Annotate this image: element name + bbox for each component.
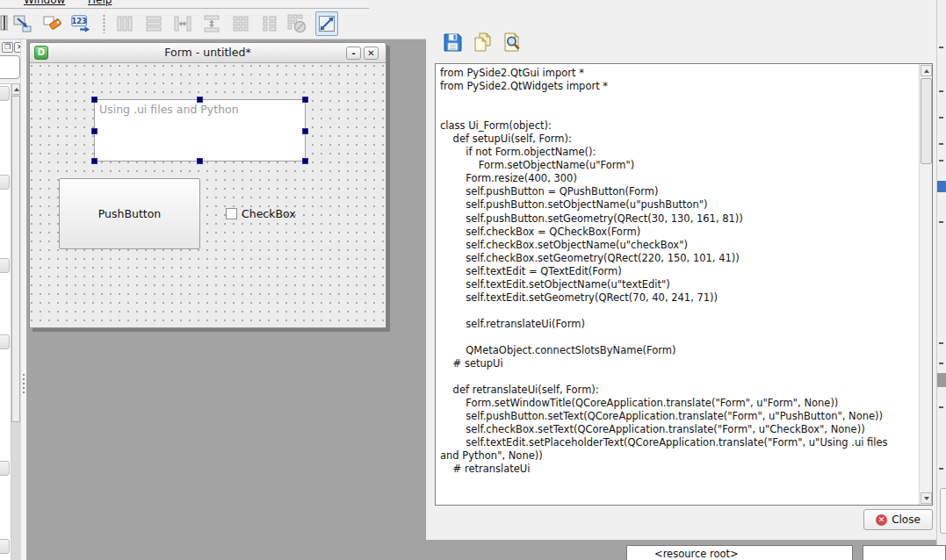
layout-vertical-splitter-icon xyxy=(202,14,221,33)
selection-handle-bottom-right[interactable] xyxy=(302,158,308,164)
scrollbar-thumb[interactable] xyxy=(921,78,932,164)
tree-expander-dash xyxy=(939,342,943,344)
edit-tab-order-icon: 123 xyxy=(70,13,91,34)
close-button[interactable]: ✕ Close xyxy=(863,509,933,530)
tree-expander-dash xyxy=(939,143,943,145)
adjust-size-icon xyxy=(317,14,336,33)
checkbox-label: CheckBox xyxy=(242,207,296,220)
widget-box-scrollbar[interactable] xyxy=(11,83,20,560)
layout-grid-button[interactable] xyxy=(229,11,252,36)
resource-list-panel[interactable] xyxy=(863,545,946,560)
code-preview-dialog: from PySide2.QtGui import * from PySide2… xyxy=(426,18,936,540)
tree-expander-dash xyxy=(939,363,943,364)
resource-root-item[interactable]: <resource root> xyxy=(627,546,739,560)
tree-expander-dash xyxy=(939,406,943,408)
tree-expander-dash xyxy=(939,117,943,118)
find-icon xyxy=(502,32,523,53)
layout-grid-icon xyxy=(231,14,250,33)
tab-order-label: 123 xyxy=(71,17,87,25)
widget-category-button[interactable] xyxy=(0,175,10,190)
textedit-widget[interactable]: Using .ui files and Python xyxy=(94,99,306,162)
form-window-titlebar[interactable]: D Form - untitled* - ✕ xyxy=(30,43,386,63)
tree-expander-dash xyxy=(939,468,943,470)
edit-widgets-icon[interactable] xyxy=(0,11,9,36)
selection-handle-top-right[interactable] xyxy=(302,97,308,103)
resource-tree-panel[interactable]: <resource root> xyxy=(626,545,853,560)
close-button-label: Close xyxy=(892,513,921,526)
checkbox-widget[interactable]: CheckBox xyxy=(226,196,314,232)
form-window-title: Form - untitled* xyxy=(30,46,386,59)
find-button[interactable] xyxy=(500,30,524,54)
layout-form-icon xyxy=(260,14,279,33)
menu-help[interactable]: Help xyxy=(88,0,112,6)
copy-button[interactable] xyxy=(470,30,495,54)
toolbar-separator xyxy=(103,14,105,33)
widget-category-button[interactable] xyxy=(0,539,10,554)
adjust-size-button[interactable] xyxy=(315,11,338,36)
form-minimize-button[interactable]: - xyxy=(346,47,361,60)
widget-category-button[interactable] xyxy=(0,86,10,101)
selection-handle-top-left[interactable] xyxy=(91,97,97,103)
splitter-dot xyxy=(23,378,25,380)
code-scrollbar[interactable] xyxy=(919,64,932,505)
selection-handle-middle-right[interactable] xyxy=(302,128,308,134)
layout-form-button[interactable] xyxy=(258,11,281,36)
splitter-dot xyxy=(23,391,25,393)
widget-filter-input[interactable] xyxy=(0,55,20,79)
panel-corner-fragment xyxy=(940,488,946,534)
break-layout-icon xyxy=(286,13,307,34)
form-editor-window: D Form - untitled* - ✕ Using .ui files a… xyxy=(29,42,386,328)
break-layout-button[interactable] xyxy=(285,11,308,36)
selection-handle-middle-left[interactable] xyxy=(91,128,97,134)
selection-handle-top-middle[interactable] xyxy=(197,97,203,103)
form-canvas[interactable]: Using .ui files and Python PushButton Ch… xyxy=(31,63,385,327)
scrollbar-down-arrow[interactable] xyxy=(921,492,932,504)
menu-window[interactable]: Window xyxy=(24,0,65,6)
scrollbar-up-arrow[interactable] xyxy=(921,65,932,76)
qt-designer-window: Window Help xyxy=(0,0,946,560)
property-editor-edge xyxy=(936,0,946,560)
property-row-fragment xyxy=(937,373,946,387)
close-icon: ✕ xyxy=(876,514,887,526)
pushbutton-widget[interactable]: PushButton xyxy=(59,178,200,249)
edit-buddies-icon xyxy=(42,13,63,34)
selection-handle-bottom-middle[interactable] xyxy=(197,158,203,164)
tree-expander-dash xyxy=(939,47,943,48)
tree-expander-dash xyxy=(939,221,943,223)
splitter-dot xyxy=(23,387,25,389)
form-close-button[interactable]: ✕ xyxy=(364,47,379,60)
layout-vertically-icon xyxy=(144,14,163,33)
tree-expander-dash xyxy=(939,160,943,162)
widget-category-button[interactable] xyxy=(0,334,10,349)
layout-horizontally-button[interactable] xyxy=(113,11,136,36)
copy-icon xyxy=(472,32,493,53)
scrollbar-up-arrow[interactable] xyxy=(11,83,20,95)
widget-category-button[interactable] xyxy=(0,461,10,476)
menubar: Window Help xyxy=(0,0,369,9)
layout-horizontal-splitter-button[interactable] xyxy=(171,11,194,36)
widget-box-panel: ❐ ✕ xyxy=(0,39,26,560)
checkbox-indicator[interactable] xyxy=(226,208,237,219)
layout-horizontally-icon xyxy=(115,14,134,33)
edit-tab-order-button[interactable]: 123 xyxy=(69,11,92,36)
panel-splitter[interactable] xyxy=(20,39,26,560)
generated-python-code[interactable]: from PySide2.QtGui import * from PySide2… xyxy=(436,64,919,505)
layout-vertical-splitter-button[interactable] xyxy=(200,11,223,36)
splitter-dot xyxy=(23,383,25,384)
edit-signals-slots-icon xyxy=(12,13,33,34)
layout-vertically-button[interactable] xyxy=(142,11,165,36)
widget-category-button[interactable] xyxy=(0,258,10,273)
edit-buddies-button[interactable] xyxy=(41,11,64,36)
scrollbar-thumb[interactable] xyxy=(11,96,20,422)
selection-handle-bottom-left[interactable] xyxy=(91,158,97,164)
tree-expander-dash xyxy=(939,90,943,92)
splitter-dot xyxy=(23,374,25,376)
panel-float-button[interactable]: ❐ xyxy=(2,42,13,53)
layout-horizontal-splitter-icon xyxy=(173,14,192,33)
save-icon xyxy=(442,32,463,53)
widget-box-list[interactable] xyxy=(0,83,11,560)
edit-signals-slots-button[interactable] xyxy=(11,11,34,36)
code-view[interactable]: from PySide2.QtGui import * from PySide2… xyxy=(435,63,933,506)
selected-property-row[interactable] xyxy=(937,181,946,192)
save-button[interactable] xyxy=(440,30,465,54)
